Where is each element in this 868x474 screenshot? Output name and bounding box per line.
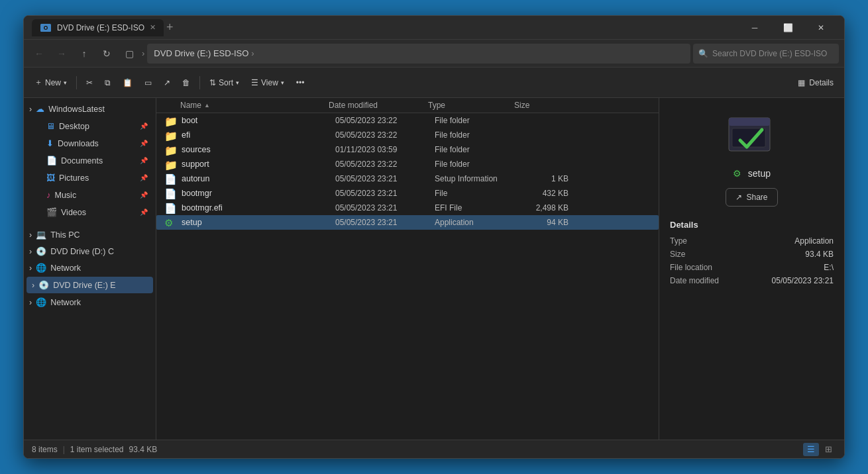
col-type-header[interactable]: Type <box>428 101 514 110</box>
item-count: 8 items <box>32 445 58 454</box>
details-section: Details Type Application Size 93.4 KB Fi… <box>670 220 834 289</box>
sidebar-item-pictures[interactable]: 🖼 Pictures 📌 <box>27 169 153 186</box>
share-toolbar-button[interactable]: ↗ <box>158 72 176 93</box>
sidebar-dvd-d[interactable]: › 💿 DVD Drive (D:) C <box>24 243 156 260</box>
sidebar-documents-label: Documents <box>61 156 103 166</box>
close-button[interactable]: ✕ <box>806 19 836 37</box>
rename-button[interactable]: ▭ <box>139 72 157 93</box>
file-list-body: 📁 boot 05/05/2023 23:22 File folder 📁 ef… <box>156 113 659 440</box>
details-panel: ⚙ setup ↗ Share Details Type Application… <box>659 98 844 440</box>
main-content: › ☁ WindowsLatest 🖥 Desktop 📌 ⬇ Download… <box>24 98 844 440</box>
status-sep-1: | <box>63 445 65 454</box>
toolbar: ＋ New ▾ ✂ ⧉ 📋 ▭ ↗ 🗑 ⇅ Sort ▾ ☰ <box>24 68 844 98</box>
back-button[interactable]: ← <box>29 44 49 64</box>
col-date-header[interactable]: Date modified <box>329 101 428 110</box>
table-row[interactable]: 📁 support 05/05/2023 23:22 File folder <box>156 157 659 171</box>
detail-value: Application <box>794 236 834 246</box>
file-row-name: bootmgr.efi <box>182 203 335 213</box>
sidebar-item-documents[interactable]: 📄 Documents 📌 <box>27 152 153 169</box>
search-box[interactable]: 🔍 Search DVD Drive (E:) ESD-ISO <box>693 44 839 64</box>
pin-icon: 📌 <box>140 140 148 147</box>
pin-icon: 📌 <box>140 122 148 130</box>
music-icon: ♪ <box>46 190 51 200</box>
selection-info: 1 item selected <box>70 445 124 454</box>
list-view-button[interactable]: ☰ <box>803 443 819 456</box>
window-controls: ─ ⬜ ✕ <box>739 19 836 37</box>
sidebar-item-desktop[interactable]: 🖥 Desktop 📌 <box>27 118 153 134</box>
refresh-button[interactable]: ↻ <box>97 44 117 64</box>
path-segment: DVD Drive (E:) ESD-ISO <box>154 48 248 58</box>
table-row[interactable]: 📁 efi 05/05/2023 23:22 File folder <box>156 128 659 142</box>
maximize-button[interactable]: ⬜ <box>773 19 803 37</box>
tab-close-button[interactable]: ✕ <box>150 23 156 32</box>
file-row-size: 1 KB <box>521 174 574 183</box>
sidebar-dvd-e[interactable]: › 💿 DVD Drive (E:) E <box>27 277 153 293</box>
delete-button[interactable]: 🗑 <box>177 72 195 93</box>
file-row-type: File <box>435 189 521 198</box>
share-button[interactable]: ↗ Share <box>726 188 777 207</box>
file-row-name: sources <box>182 145 335 154</box>
new-button[interactable]: ＋ New ▾ <box>29 72 72 93</box>
col-size-header[interactable]: Size <box>514 101 567 110</box>
details-toggle-button[interactable]: ▦ Details <box>792 75 839 90</box>
more-button[interactable]: ••• <box>291 72 310 93</box>
sidebar-item-downloads[interactable]: ⬇ Downloads 📌 <box>27 135 153 152</box>
titlebar-tab[interactable]: DVD Drive (E:) ESD-ISO ✕ <box>32 19 164 36</box>
up-button[interactable]: ↑ <box>74 44 94 64</box>
desktop-icon: 🖥 <box>46 121 55 131</box>
path-chevron: › <box>251 48 254 58</box>
table-row[interactable]: 📄 bootmgr 05/05/2023 23:21 File 432 KB <box>156 186 659 201</box>
file-row-date: 05/05/2023 23:22 <box>335 160 435 169</box>
file-icon: 📄 <box>164 203 177 214</box>
sidebar: › ☁ WindowsLatest 🖥 Desktop 📌 ⬇ Download… <box>24 98 156 440</box>
sidebar-item-videos[interactable]: 🎬 Videos 📌 <box>27 204 153 220</box>
file-row-icon: 📄 <box>164 188 178 199</box>
add-tab-button[interactable]: + <box>166 21 174 34</box>
network-1-icon: 🌐 <box>36 263 46 273</box>
forward-button[interactable]: → <box>52 44 72 64</box>
sidebar-desktop-label: Desktop <box>59 122 89 131</box>
sidebar-item-music[interactable]: ♪ Music 📌 <box>27 187 153 203</box>
table-row[interactable]: 📁 sources 01/11/2023 03:59 File folder <box>156 142 659 157</box>
view-icon: ☰ <box>251 78 258 87</box>
setup-icon: ⚙ <box>164 217 173 228</box>
col-name-header[interactable]: Name ▲ <box>156 101 329 110</box>
doc-icon: 📄 <box>46 156 57 166</box>
details-label: Details <box>809 78 834 87</box>
cloud-icon: ☁ <box>36 104 44 114</box>
sidebar-thispc[interactable]: › 💻 This PC <box>24 226 156 243</box>
new-label: New <box>45 78 61 87</box>
col-size-label: Size <box>514 101 529 110</box>
paste-button[interactable]: 📋 <box>117 72 138 93</box>
detail-value: E:\ <box>824 263 834 272</box>
file-row-icon: 📁 <box>164 130 178 140</box>
pin-icon: 📌 <box>140 157 148 164</box>
file-row-name: autorun <box>182 174 335 183</box>
view-toggle: ☰ ⊞ <box>803 443 836 456</box>
table-row[interactable]: 📄 autorun 05/05/2023 23:21 Setup Informa… <box>156 171 659 186</box>
cut-button[interactable]: ✂ <box>81 72 98 93</box>
sidebar-network-2[interactable]: › 🌐 Network <box>24 294 156 310</box>
file-row-name: bootmgr <box>182 189 335 198</box>
detail-property-row: Size 93.4 KB <box>670 250 834 259</box>
dvd-d-icon: 💿 <box>36 246 46 256</box>
file-row-type: File folder <box>435 160 521 169</box>
col-date-label: Date modified <box>329 101 378 110</box>
table-row[interactable]: ⚙ setup 05/05/2023 23:21 Application 94 … <box>156 215 659 230</box>
sidebar-network-1[interactable]: › 🌐 Network <box>24 260 156 276</box>
table-row[interactable]: 📁 boot 05/05/2023 23:22 File folder <box>156 113 659 128</box>
sort-button[interactable]: ⇅ Sort ▾ <box>204 72 244 93</box>
sidebar-windows-latest[interactable]: › ☁ WindowsLatest <box>24 101 156 117</box>
show-panels-button[interactable]: ▢ <box>119 44 139 64</box>
expand-icon: › <box>29 263 32 273</box>
minimize-button[interactable]: ─ <box>739 19 770 37</box>
detail-property-row: Date modified 05/05/2023 23:21 <box>670 276 834 285</box>
rename-icon: ▭ <box>144 78 152 87</box>
search-icon: 🔍 <box>698 49 708 58</box>
address-path[interactable]: DVD Drive (E:) ESD-ISO › <box>147 44 690 64</box>
view-button[interactable]: ☰ View ▾ <box>246 72 290 93</box>
grid-view-button[interactable]: ⊞ <box>820 443 836 456</box>
table-row[interactable]: 📄 bootmgr.efi 05/05/2023 23:21 EFI File … <box>156 201 659 215</box>
delete-icon: 🗑 <box>182 78 190 87</box>
copy-button[interactable]: ⧉ <box>99 72 116 93</box>
